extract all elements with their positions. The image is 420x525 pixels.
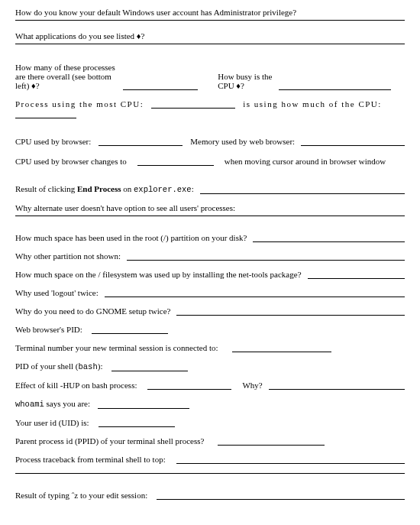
answer-line-kill-hup[interactable] (147, 381, 231, 390)
q-cpu-browser-changes-post: when moving cursor around in browser win… (225, 157, 386, 166)
answer-line-alt-user[interactable] (15, 216, 405, 216)
pid-shell-mono: bash (79, 362, 98, 371)
answer-line-admin[interactable] (15, 20, 405, 21)
answer-line-logout-twice[interactable] (105, 289, 405, 297)
pid-shell-pre: PID of your shell ( (15, 361, 79, 371)
answer-line-ppid[interactable] (218, 437, 325, 446)
q-other-partition: Why other partition not shown: (15, 251, 121, 261)
end-process-pre: Result of clicking (15, 184, 77, 193)
row-process-most-cpu: Process using the most CPU: is using how… (15, 99, 405, 109)
answer-line-traceback-2[interactable] (15, 473, 405, 474)
q-kill-hup: Effect of kill -HUP on bash process: (15, 381, 137, 390)
answer-line-whoami[interactable] (98, 400, 189, 409)
answer-line-cpu-busy[interactable] (279, 82, 391, 90)
q-end-process: Result of clicking End Process on explor… (15, 184, 194, 194)
q-why: Why? (242, 381, 262, 390)
q-process-most-cpu-post: is using how much of the CPU: (243, 99, 382, 109)
answer-line-traceback[interactable] (176, 455, 405, 464)
q-mem-browser: Memory used by web browser: (190, 137, 295, 146)
answer-line-cpu-browser-changes[interactable] (137, 157, 214, 166)
row-cpu-mem-browser: CPU used by browser: Memory used by web … (15, 137, 405, 146)
answer-line-uid[interactable] (99, 419, 175, 427)
end-process-bold: End Process (77, 184, 121, 193)
answer-line-gnome-twice[interactable] (176, 307, 405, 316)
answer-line-mem-browser[interactable] (301, 138, 405, 146)
q-admin-privilege: How do you know your default Windows use… (15, 8, 405, 17)
row-ppid: Parent process id (PPID) of your termina… (15, 436, 405, 446)
q-uid: Your user id (UID) is: (15, 418, 89, 427)
row-cpu-browser-changes: CPU used by browser changes to when movi… (15, 157, 405, 166)
q-how-many-processes: How many of these processes are there ov… (15, 63, 118, 90)
answer-line-terminal-number[interactable] (232, 344, 331, 352)
row-terminal-number: Terminal number your new terminal sessio… (15, 343, 405, 352)
row-logout-twice: Why used 'logout' twice: (15, 288, 405, 297)
answer-line-ctrl-z[interactable] (157, 491, 405, 500)
q-ppid: Parent process id (PPID) of your termina… (15, 436, 204, 446)
answer-line-process-count[interactable] (123, 82, 198, 90)
answer-line-end-process[interactable] (200, 186, 405, 194)
q-apps-listed: What applications do you see listed ♦? (15, 31, 405, 41)
end-process-post: : (192, 184, 194, 193)
answer-line-most-cpu-name[interactable] (151, 100, 235, 109)
row-pid-shell: PID of your shell (bash): (15, 361, 405, 371)
end-process-mid: on (121, 184, 134, 193)
row-root-space: How much space has been used in the root… (15, 233, 405, 242)
whoami-mono: whoami (15, 400, 44, 409)
row-traceback: Process traceback from terminal shell to… (15, 455, 405, 464)
q-how-busy-cpu: How busy is the CPU ♦? (218, 72, 273, 90)
q-gnome-twice: Why do you need to do GNOME setup twice? (15, 306, 170, 316)
q-ctrl-z: Result of typing ˆz to your edit session… (15, 491, 147, 500)
row-whoami: whoami says you are: (15, 399, 405, 409)
row-end-process: Result of clicking End Process on explor… (15, 184, 405, 194)
q-browser-pid: Web browser's PID: (15, 325, 82, 334)
row-ctrl-z: Result of typing ˆz to your edit session… (15, 491, 405, 500)
q-pid-shell: PID of your shell (bash): (15, 361, 102, 371)
row-other-partition: Why other partition not shown: (15, 251, 405, 261)
q-logout-twice: Why used 'logout' twice: (15, 288, 99, 297)
q-whoami: whoami says you are: (15, 399, 90, 409)
answer-line-other-partition[interactable] (127, 252, 405, 261)
q-root-space: How much space has been used in the root… (15, 233, 247, 242)
row-uid: Your user id (UID) is: (15, 418, 405, 427)
q-nettools: How much space on the / filesystem was u… (15, 270, 302, 279)
answer-line-kill-hup-why[interactable] (269, 381, 405, 390)
q-cpu-browser-changes-pre: CPU used by browser changes to (15, 157, 127, 166)
answer-line-browser-pid[interactable] (92, 326, 168, 334)
row-browser-pid: Web browser's PID: (15, 325, 405, 334)
answer-line-cpu-browser[interactable] (99, 138, 183, 146)
two-col-processes-cpu: How many of these processes are there ov… (15, 63, 405, 90)
answer-line-apps[interactable] (15, 44, 405, 44)
q-process-most-cpu-pre: Process using the most CPU: (15, 99, 144, 109)
row-gnome-twice: Why do you need to do GNOME setup twice? (15, 306, 405, 316)
q-terminal-number: Terminal number your new terminal sessio… (15, 343, 218, 352)
q-alt-user: Why alternate user doesn't have option t… (15, 203, 405, 212)
answer-line-most-cpu-pct[interactable] (15, 118, 76, 118)
answer-line-root-space[interactable] (253, 234, 405, 242)
q-cpu-browser: CPU used by browser: (15, 137, 91, 146)
row-kill-hup: Effect of kill -HUP on bash process: Why… (15, 381, 405, 390)
q-traceback: Process traceback from terminal shell to… (15, 455, 166, 464)
end-process-mono: explorer.exe (134, 185, 192, 194)
whoami-post: says you are: (44, 399, 90, 408)
pid-shell-post: ): (98, 361, 103, 371)
answer-line-nettools[interactable] (308, 271, 405, 279)
answer-line-pid-shell[interactable] (111, 363, 188, 371)
row-nettools: How much space on the / filesystem was u… (15, 270, 405, 279)
